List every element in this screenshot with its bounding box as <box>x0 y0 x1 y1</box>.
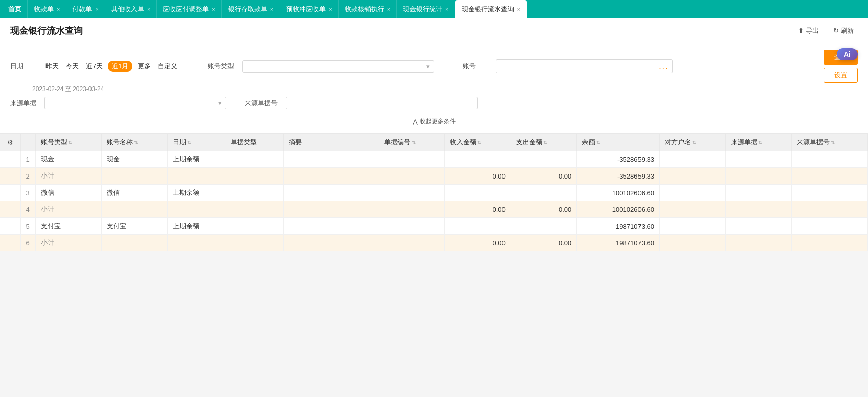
nav-tab-5[interactable]: 预收冲应收单 × <box>280 0 338 18</box>
td-counterpart <box>660 218 726 235</box>
page-title: 现金银行流水查询 <box>10 25 83 37</box>
td-index: 2 <box>20 168 35 185</box>
td-summary <box>284 151 379 168</box>
td-summary <box>284 235 379 251</box>
collapse-bar[interactable]: ⋀ 收起更多条件 <box>10 114 858 127</box>
nav-tab-4[interactable]: 银行存取款单 × <box>222 0 280 18</box>
td-account-type: 现金 <box>35 151 102 168</box>
shortcut-1month[interactable]: 近1月 <box>108 61 132 72</box>
shortcut-custom[interactable]: 自定义 <box>156 61 179 72</box>
close-icon[interactable]: × <box>147 6 150 12</box>
filter-row-2: 来源单据 ▾ 来源单据号 <box>10 97 858 109</box>
nav-tab-3[interactable]: 应收应付调整单 × <box>157 0 221 18</box>
td-gear <box>0 168 20 185</box>
close-icon[interactable]: × <box>445 6 448 12</box>
shortcut-7days[interactable]: 近7天 <box>84 61 105 72</box>
th-doc-number[interactable]: 单据编号⇅ <box>379 134 445 151</box>
close-icon[interactable]: × <box>95 6 98 12</box>
td-doc-type <box>225 185 284 201</box>
table-row: 3微信微信上期余额100102606.60 <box>0 185 868 201</box>
td-summary <box>284 218 379 235</box>
nav-home[interactable]: 首页 <box>2 0 28 18</box>
source-doc-num-label: 来源单据号 <box>245 99 278 108</box>
td-index: 4 <box>20 201 35 218</box>
settings-button[interactable]: 设置 <box>824 68 858 83</box>
shortcut-yesterday[interactable]: 昨天 <box>43 61 61 72</box>
td-account-name <box>102 235 168 251</box>
export-button[interactable]: ⬆ 导出 <box>794 24 823 37</box>
td-doc-type <box>225 168 284 185</box>
source-doc-select[interactable]: ▾ <box>44 97 226 109</box>
th-source-doc[interactable]: 来源单据⇅ <box>725 134 792 151</box>
account-label: 账号 <box>463 62 488 71</box>
td-doc-type <box>225 151 284 168</box>
filter-area: 日期 昨天 今天 近7天 近1月 更多 自定义 账号类型 ▾ 账号 ... 查询… <box>0 43 868 134</box>
th-income[interactable]: 收入金额⇅ <box>445 134 511 151</box>
td-date <box>167 201 225 218</box>
source-doc-num-input[interactable] <box>286 97 478 109</box>
th-expense[interactable]: 支出金额⇅ <box>511 134 577 151</box>
td-date: 上期余额 <box>167 218 225 235</box>
nav-tab-1[interactable]: 付款单 × <box>66 0 105 18</box>
td-doc-type <box>225 201 284 218</box>
th-account-name[interactable]: 账号名称⇅ <box>102 134 168 151</box>
shortcut-today[interactable]: 今天 <box>64 61 81 72</box>
nav-tab-6[interactable]: 收款核销执行 × <box>339 0 397 18</box>
td-gear <box>0 218 20 235</box>
td-doc-type <box>225 218 284 235</box>
td-account-type: 微信 <box>35 185 102 201</box>
td-expense <box>511 185 577 201</box>
date-range-display: 2023-02-24 至 2023-03-24 <box>32 85 104 93</box>
nav-tab-7[interactable]: 现金银行统计 × <box>397 0 455 18</box>
th-doc-type: 单据类型 <box>225 134 284 151</box>
td-source-doc-num <box>792 185 868 201</box>
th-balance[interactable]: 余额⇅ <box>577 134 660 151</box>
td-index: 1 <box>20 151 35 168</box>
account-type-label: 账号类型 <box>208 62 234 71</box>
nav-tab-8[interactable]: 现金银行流水查询 × <box>455 0 527 18</box>
close-icon[interactable]: × <box>387 6 390 12</box>
export-icon: ⬆ <box>798 27 804 34</box>
td-doc-number <box>379 218 445 235</box>
td-account-name <box>102 168 168 185</box>
td-gear <box>0 185 20 201</box>
nav-tab-2[interactable]: 其他收入单 × <box>105 0 157 18</box>
td-account-name: 支付宝 <box>102 218 168 235</box>
ai-badge[interactable]: Ai <box>837 48 858 60</box>
close-icon[interactable]: × <box>270 6 273 12</box>
th-counterpart[interactable]: 对方户名⇅ <box>660 134 726 151</box>
th-gear[interactable]: ⚙ <box>0 134 20 151</box>
account-type-select[interactable]: ▾ <box>242 60 434 73</box>
td-counterpart <box>660 201 726 218</box>
close-icon[interactable]: × <box>57 6 60 12</box>
td-income <box>445 185 511 201</box>
close-icon[interactable]: × <box>329 6 332 12</box>
th-source-doc-num[interactable]: 来源单据号⇅ <box>792 134 868 151</box>
refresh-button[interactable]: ↻ 刷新 <box>829 24 858 37</box>
td-source-doc-num <box>792 168 868 185</box>
td-index: 5 <box>20 218 35 235</box>
td-index: 6 <box>20 235 35 251</box>
close-icon[interactable]: × <box>517 6 520 12</box>
td-balance: -3528659.33 <box>577 151 660 168</box>
th-account-type[interactable]: 账号类型⇅ <box>35 134 102 151</box>
th-index <box>20 134 35 151</box>
date-label: 日期 <box>10 62 35 71</box>
nav-tab-0[interactable]: 收款单 × <box>28 0 66 18</box>
close-icon[interactable]: × <box>212 6 215 12</box>
td-account-name: 微信 <box>102 185 168 201</box>
table-row: 5支付宝支付宝上期余额19871073.60 <box>0 218 868 235</box>
shortcut-more[interactable]: 更多 <box>135 61 153 72</box>
td-summary <box>284 168 379 185</box>
td-index: 3 <box>20 185 35 201</box>
td-counterpart <box>660 151 726 168</box>
td-expense: 0.00 <box>511 168 577 185</box>
th-date[interactable]: 日期⇅ <box>167 134 225 151</box>
data-table: ⚙ 账号类型⇅ 账号名称⇅ 日期⇅ 单据类型 摘要 单据编号⇅ 收入金额⇅ 支出… <box>0 134 868 251</box>
td-income <box>445 151 511 168</box>
td-account-type: 小计 <box>35 201 102 218</box>
account-dots-button[interactable]: ... <box>659 62 668 71</box>
td-date: 上期余额 <box>167 185 225 201</box>
td-source-doc <box>725 151 792 168</box>
td-doc-number <box>379 151 445 168</box>
